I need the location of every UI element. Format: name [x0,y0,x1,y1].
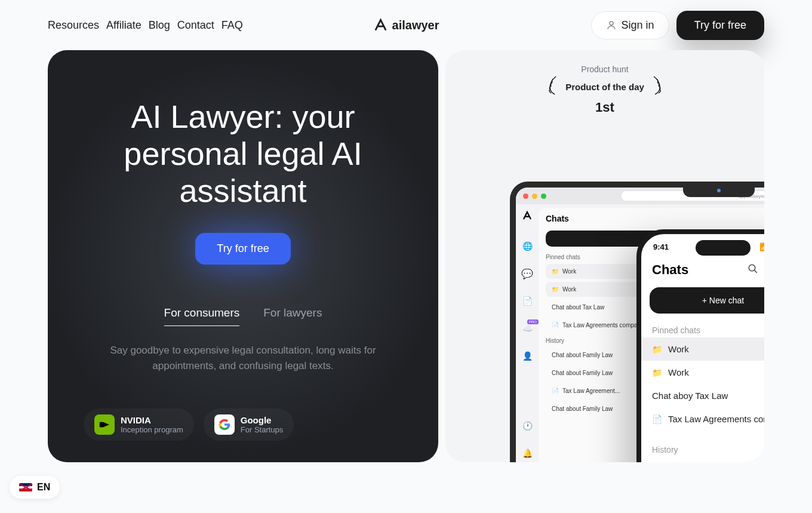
ph-title: Product of the day [565,82,644,92]
nvidia-icon [94,414,115,435]
nav-resources[interactable]: Resources [48,19,99,32]
nav-contact[interactable]: Contact [177,19,214,32]
google-icon [214,414,235,435]
badge-google: Google For Startups [204,408,294,441]
tab-consumers[interactable]: For consumers [164,306,240,326]
doc-icon: 📄 [652,414,662,424]
traffic-light-max-icon [541,193,546,199]
user-icon [606,20,617,30]
clock-icon: 🕐 [522,420,533,431]
main-nav: Resources Affiliate Blog Contact FAQ [48,19,243,32]
sign-in-button[interactable]: Sign in [591,11,669,39]
phone-pinned-label: Pinned chats [652,325,700,335]
try-free-button[interactable]: Try for free [676,11,764,40]
signal-icon: 📶 [759,242,764,251]
traffic-light-close-icon [523,193,528,199]
laptop-logo-icon [522,210,533,224]
badge-google-sub: For Startups [241,425,284,434]
doc-icon: 📄 [552,388,559,394]
phone-mockup: 9:41 📶 📡 🔋 Chats [636,229,764,462]
bell-icon: 🔔 [522,448,533,459]
svg-point-1 [749,265,755,271]
hero-title: AI Lawyer: your personal legal AI assist… [84,98,402,209]
cloud-icon: ☁️PRO [522,323,533,334]
ph-rank: 1st [546,100,663,115]
brand-logo[interactable]: ailawyer [373,17,439,33]
sign-in-label: Sign in [622,19,654,32]
hero-card: AI Lawyer: your personal legal AI assist… [48,50,438,462]
folder-icon: 📁 [652,345,662,354]
hero-tabs: For consumers For lawyers [164,306,322,326]
document-icon: 📄 [522,296,533,306]
badge-nvidia-sub: Inception program [121,425,183,434]
laptop-title: Chats [546,214,764,223]
hero-cta-button[interactable]: Try for free [195,233,290,265]
search-icon [748,263,758,277]
nav-affiliate[interactable]: Affiliate [106,19,142,32]
svg-point-0 [610,21,613,25]
list-item: Chat aboy Tax Law [641,384,764,407]
folder-icon: 📁 [552,268,559,275]
lang-label: EN [37,482,50,493]
folder-icon: 📁 [552,286,559,293]
list-item: 📁Work [641,337,764,361]
nav-blog[interactable]: Blog [149,19,170,32]
tab-lawyers[interactable]: For lawyers [263,306,322,326]
phone-title: Chats [652,262,688,278]
badge-google-title: Google [241,415,284,425]
traffic-light-min-icon [532,193,537,199]
doc-icon: 📄 [552,322,559,328]
globe-icon: 🌐 [522,241,533,251]
phone-newchat: + New chat [650,287,764,314]
badge-nvidia-title: NVIDIA [121,415,183,425]
person-icon: 👤 [522,351,533,361]
chat-icon: 💬 [522,268,533,279]
nav-faq[interactable]: FAQ [222,19,243,32]
laptop-sidebar: 🌐 💬 📄 ☁️PRO 👤 🕐 🔔 🔗 [516,204,539,462]
product-hunt-badge: Product hunt Product of the day 1st [546,64,663,115]
hero-description: Say goodbye to expensive legal consultat… [88,343,398,373]
ph-source: Product hunt [546,64,663,74]
list-item: 📁Work [641,457,764,462]
badge-nvidia: NVIDIA Inception program [84,408,194,441]
list-item: 📁Work [641,361,764,384]
logo-icon [373,17,389,33]
folder-icon: 📁 [652,368,662,377]
language-switcher[interactable]: EN [10,476,60,499]
laurel-right-icon [650,75,663,99]
list-item: 📄Tax Law Agreements com... [641,407,764,431]
phone-time: 9:41 [653,242,669,251]
preview-panel: Product hunt Product of the day 1st app.… [445,50,764,462]
uk-flag-icon [19,483,32,492]
phone-history-label: History [652,445,678,454]
laurel-left-icon [546,75,559,99]
brand-name: ailawyer [392,19,439,32]
